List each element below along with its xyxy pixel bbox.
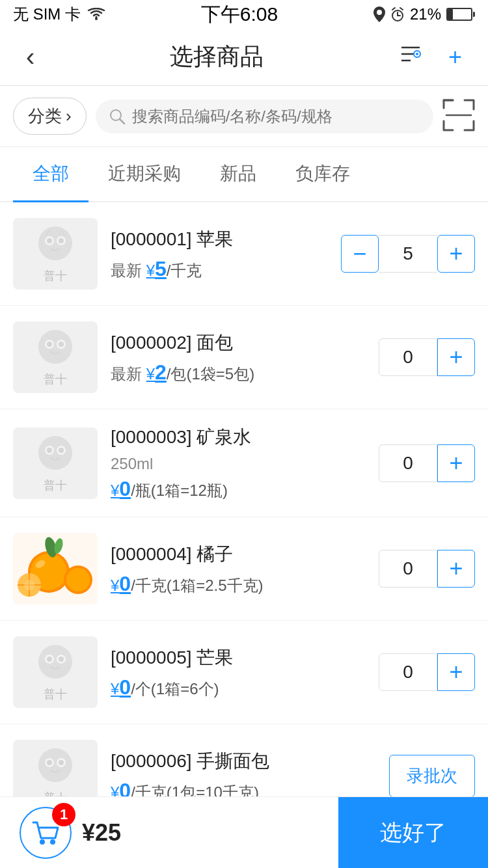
owl-icon <box>36 746 75 785</box>
svg-rect-14 <box>444 100 453 109</box>
tab-negative[interactable]: 负库存 <box>276 147 370 202</box>
category-arrow: › <box>66 106 72 126</box>
owl-icon <box>36 327 75 366</box>
list-item: 普十 [0000003] 矿泉水 250ml ¥0/瓶(1箱=12瓶) + <box>0 409 488 517</box>
back-button[interactable]: ‹ <box>20 36 41 78</box>
batch-button[interactable]: 录批次 <box>389 755 475 797</box>
svg-point-50 <box>47 760 52 765</box>
owl-icon <box>36 433 75 472</box>
product-name: [0000001] 苹果 <box>111 227 328 252</box>
svg-point-42 <box>38 645 72 679</box>
product-info: [0000004] 橘子 ¥0/千克(1箱=2.5千克) <box>111 542 366 596</box>
svg-point-24 <box>47 342 52 347</box>
quantity-input[interactable] <box>379 235 437 273</box>
nav-right: + <box>392 36 468 78</box>
tab-bar: 全部 近期采购 新品 负库存 <box>0 147 488 202</box>
cart-total: ¥25 <box>82 819 121 847</box>
decrease-button[interactable]: − <box>341 235 379 273</box>
category-button[interactable]: 分类 › <box>13 98 87 135</box>
product-image: 普十 <box>13 218 98 290</box>
product-info: [0000003] 矿泉水 250ml ¥0/瓶(1箱=12瓶) <box>111 425 366 501</box>
status-left: 无 SIM 卡 <box>13 4 105 25</box>
svg-point-11 <box>416 53 418 55</box>
increase-button[interactable]: + <box>437 235 475 273</box>
category-label: 分类 <box>28 105 62 128</box>
owl-icon <box>36 224 75 263</box>
cart-badge: 1 <box>52 803 75 826</box>
product-name: [0000006] 手撕面包 <box>111 749 376 774</box>
filter-icon <box>399 42 422 66</box>
svg-point-1 <box>377 10 382 15</box>
brand-label: 普十 <box>44 686 67 702</box>
qty-control: + <box>379 444 475 482</box>
brand-label: 普十 <box>44 268 67 284</box>
brand-label: 普十 <box>44 478 67 493</box>
battery-text: 21% <box>410 5 441 23</box>
list-item: 普十 [0000002] 面包 最新 ¥2/包(1袋=5包) + <box>0 306 488 409</box>
owl-placeholder: 普十 <box>36 642 75 702</box>
tab-recent[interactable]: 近期采购 <box>88 147 200 202</box>
quantity-input[interactable] <box>379 653 437 691</box>
owl-placeholder: 普十 <box>36 433 75 493</box>
confirm-button[interactable]: 选好了 <box>338 797 488 869</box>
owl-icon <box>36 642 75 681</box>
add-button[interactable]: + <box>442 37 468 77</box>
product-info: [0000001] 苹果 最新 ¥5/千克 <box>111 227 328 281</box>
product-image: 普十 <box>13 321 98 393</box>
bottom-bar: 1 ¥25 选好了 <box>0 796 488 868</box>
battery-icon <box>446 8 475 21</box>
svg-point-25 <box>59 342 64 347</box>
svg-point-47 <box>38 748 72 782</box>
filter-bar: 分类 › <box>0 86 488 147</box>
svg-point-45 <box>47 657 52 662</box>
product-list: 普十 [0000001] 苹果 最新 ¥5/千克 − + <box>0 202 488 868</box>
quantity-input[interactable] <box>379 444 437 482</box>
svg-point-16 <box>38 226 72 260</box>
status-right: 21% <box>373 5 475 23</box>
scan-button[interactable] <box>442 99 475 133</box>
filter-button[interactable] <box>392 36 429 78</box>
cart-icon-wrap[interactable]: 1 <box>20 807 72 859</box>
svg-point-21 <box>38 330 72 364</box>
list-item: 普十 [0000005] 芒果 ¥0/个(1箱=6个) + <box>0 621 488 724</box>
product-price: ¥0/瓶(1箱=12瓶) <box>111 477 366 501</box>
product-price: 最新 ¥5/千克 <box>111 257 328 281</box>
qty-control: + <box>379 338 475 376</box>
svg-line-5 <box>392 8 395 10</box>
product-name: [0000005] 芒果 <box>111 645 366 670</box>
owl-placeholder: 普十 <box>36 327 75 387</box>
product-name: [0000003] 矿泉水 <box>111 425 366 450</box>
search-input[interactable] <box>132 107 420 126</box>
product-spec: 250ml <box>111 455 366 473</box>
status-time: 下午6:08 <box>201 1 278 28</box>
product-price: 最新 ¥2/包(1袋=5包) <box>111 360 366 385</box>
cart-area: 1 ¥25 <box>0 807 141 859</box>
svg-line-6 <box>400 8 403 10</box>
product-price: ¥0/千克(1箱=2.5千克) <box>111 572 366 596</box>
brand-label: 普十 <box>44 372 67 387</box>
qty-control: − + <box>341 235 475 273</box>
svg-point-19 <box>47 238 52 243</box>
quantity-input[interactable] <box>379 550 437 588</box>
page-title: 选择商品 <box>170 41 264 73</box>
svg-point-46 <box>59 657 64 662</box>
qty-control: + <box>379 653 475 691</box>
increase-button[interactable]: + <box>437 550 475 588</box>
svg-point-37 <box>66 568 90 591</box>
increase-button[interactable]: + <box>437 444 475 482</box>
product-name: [0000002] 面包 <box>111 331 366 355</box>
svg-line-13 <box>120 119 124 124</box>
product-name: [0000004] 橘子 <box>111 542 366 567</box>
tab-all[interactable]: 全部 <box>13 147 88 202</box>
quantity-input[interactable] <box>379 338 437 376</box>
nav-left: ‹ <box>20 36 41 78</box>
svg-point-26 <box>38 436 72 470</box>
qty-control: + <box>379 550 475 588</box>
svg-point-58 <box>50 839 55 845</box>
alarm-icon <box>390 7 405 21</box>
list-item: 普十 [0000001] 苹果 最新 ¥5/千克 − + <box>0 202 488 306</box>
search-icon <box>109 108 126 125</box>
increase-button[interactable]: + <box>437 338 475 376</box>
tab-new[interactable]: 新品 <box>200 147 276 202</box>
increase-button[interactable]: + <box>437 653 475 691</box>
